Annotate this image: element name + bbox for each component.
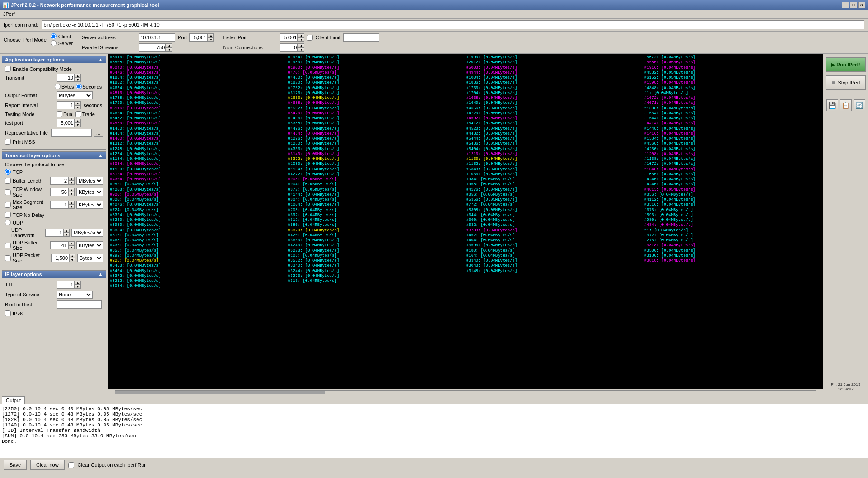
trade-checkbox[interactable] [75,111,81,117]
udp-radio-label[interactable]: UDP [5,220,23,225]
output-format-select[interactable]: MBytes KBytes GBytes [57,91,93,99]
num-conn-down[interactable]: ▼ [298,47,304,52]
app-layer-header[interactable]: Application layer options ▲ [2,56,106,63]
test-port-down[interactable]: ▼ [75,123,81,127]
bytes-radio[interactable] [55,84,61,89]
transport-layer-header[interactable]: Transport layer options ▲ [2,152,106,159]
minimize-button[interactable]: — [842,2,849,8]
tcp-window-spinner[interactable]: ▲ ▼ [50,188,75,196]
transmit-spinner[interactable]: ▲ ▼ [57,74,81,82]
seconds-radio-label[interactable]: Seconds [76,84,102,89]
test-port-up[interactable]: ▲ [75,119,81,123]
client-limit-input[interactable] [343,33,379,42]
udp-packet-checkbox[interactable] [5,255,11,261]
max-segment-unit-select[interactable]: KBytes MBytes [76,201,103,209]
output-tab[interactable]: Output [2,396,25,404]
tcp-window-up[interactable]: ▲ [68,188,75,192]
buffer-length-unit-select[interactable]: MBytes KBytes [76,177,103,185]
server-radio[interactable] [51,40,57,46]
iperf-command-input[interactable] [42,20,864,29]
client-radio[interactable] [51,33,57,39]
buffer-length-spinner[interactable]: ▲ ▼ [50,177,75,185]
parallel-streams-spinner[interactable]: ▲ ▼ [139,43,172,52]
udp-buffer-unit-select[interactable]: KBytes MBytes [76,241,103,249]
trade-checkbox-label[interactable]: Trade [75,111,95,117]
menu-jperf[interactable]: JPerf [2,11,16,17]
port-spinner[interactable]: ▲ ▼ [189,33,214,42]
udp-buffer-spinner[interactable]: ▲ ▼ [50,241,75,249]
clear-now-button[interactable]: Clear now [30,460,65,470]
udp-bandwidth-spinner[interactable]: ▲ ▼ [45,229,70,237]
buffer-length-input[interactable] [50,177,68,185]
tcp-window-down[interactable]: ▼ [68,192,75,196]
max-segment-checkbox[interactable] [5,202,11,208]
udp-bandwidth-up[interactable]: ▲ [63,229,70,233]
print-mss-checkbox[interactable] [5,139,11,145]
ttl-input[interactable] [57,281,75,289]
udp-packet-input[interactable] [51,254,69,262]
num-connections-spinner[interactable]: ▲ ▼ [280,43,304,52]
udp-bandwidth-unit-select[interactable]: MBytes/sec KBytes/sec [71,229,103,237]
report-interval-input[interactable] [57,101,75,109]
buffer-length-checkbox[interactable] [5,178,11,184]
listen-port-input[interactable] [280,33,298,42]
save-button[interactable]: Save [4,460,27,470]
port-up[interactable]: ▲ [208,33,214,37]
udp-buffer-input[interactable] [50,241,68,249]
ipv6-checkbox[interactable] [5,310,11,316]
parallel-down[interactable]: ▼ [166,47,172,52]
graph-scrollbar[interactable] [108,389,823,395]
stop-iperf-button[interactable]: ⏹ Stop IPerf [826,75,866,90]
num-conn-up[interactable]: ▲ [298,43,304,47]
udp-packet-down[interactable]: ▼ [69,258,75,262]
tcp-radio[interactable] [5,169,11,175]
buffer-length-down[interactable]: ▼ [68,181,75,185]
server-radio-label[interactable]: Server [51,40,73,46]
refresh-icon-button[interactable]: 🔄 [854,99,865,111]
dual-checkbox-label[interactable]: Dual [57,111,74,117]
client-limit-checkbox[interactable] [307,35,313,41]
udp-radio[interactable] [5,220,11,225]
run-iperf-button[interactable]: ▶ Run IPerf! [826,57,866,72]
udp-buffer-checkbox[interactable] [5,243,11,248]
representative-file-input[interactable] [51,129,92,137]
udp-packet-spinner[interactable]: ▲ ▼ [51,254,75,262]
tcp-window-checkbox[interactable] [5,189,11,195]
save-icon-button[interactable]: 💾 [826,99,838,111]
max-segment-up[interactable]: ▲ [68,201,75,205]
parallel-streams-input[interactable] [139,43,166,52]
udp-packet-unit-select[interactable]: Bytes KBytes [77,254,103,262]
transmit-up[interactable]: ▲ [75,74,81,78]
representative-file-btn[interactable]: ... [94,129,104,137]
listen-port-spinner[interactable]: ▲ ▼ [280,33,304,42]
udp-bandwidth-down[interactable]: ▼ [63,233,70,237]
max-segment-down[interactable]: ▼ [68,205,75,209]
port-down[interactable]: ▼ [208,37,214,42]
num-connections-input[interactable] [280,43,298,52]
udp-buffer-up[interactable]: ▲ [68,241,75,245]
copy-icon-button[interactable]: 📋 [840,99,852,111]
udp-packet-up[interactable]: ▲ [69,254,75,258]
window-controls[interactable]: — □ ✕ [842,2,865,8]
tcp-no-delay-checkbox[interactable] [5,212,11,218]
listen-port-up[interactable]: ▲ [298,33,304,37]
max-segment-spinner[interactable]: ▲ ▼ [50,201,75,209]
tcp-window-unit-select[interactable]: KBytes MBytes [76,188,103,196]
max-segment-input[interactable] [50,201,68,209]
ip-layer-header[interactable]: IP layer options ▲ [2,271,106,278]
report-interval-up[interactable]: ▲ [75,101,81,105]
udp-bandwidth-input[interactable] [45,229,63,237]
ttl-down[interactable]: ▼ [75,285,81,289]
maximize-button[interactable]: □ [850,2,857,8]
transmit-down[interactable]: ▼ [75,78,81,82]
transmit-input[interactable] [57,74,75,82]
close-button[interactable]: ✕ [858,2,865,8]
bind-to-host-input[interactable] [57,300,102,309]
tcp-radio-label[interactable]: TCP [5,169,23,175]
report-interval-spinner[interactable]: ▲ ▼ [57,101,81,109]
type-of-service-select[interactable]: None [57,291,93,299]
test-port-spinner[interactable]: ▲ ▼ [57,119,81,127]
dual-checkbox[interactable] [57,111,62,117]
ttl-spinner[interactable]: ▲ ▼ [57,281,81,289]
test-port-input[interactable] [57,119,75,127]
